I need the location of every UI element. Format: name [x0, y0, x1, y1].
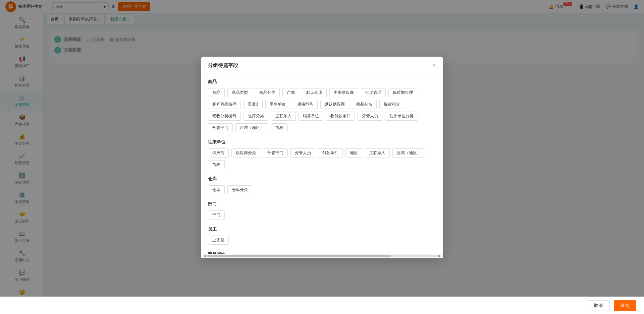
field-tag[interactable]: 默认仓库 [302, 88, 327, 97]
modal-header: 分组待选字段 × [201, 57, 443, 73]
employee-field-tags: 业务员 [208, 236, 436, 245]
field-tag[interactable]: 保质期管理 [388, 88, 417, 97]
modal-body[interactable]: 商品 商品 商品类型 商品分类 产地 默认仓库 主要供应商 批次管理 保质期管理… [201, 73, 443, 254]
field-tag[interactable]: 结算单位 [299, 112, 323, 121]
field-tag[interactable]: 分管部门 [208, 123, 233, 132]
field-tag[interactable]: 仓库分类 [227, 185, 252, 194]
modal-overlay: 分组待选字段 × 商品 商品 商品类型 商品分类 产地 默认仓库 主要供应商 批… [0, 0, 644, 314]
field-tag[interactable]: 税收分类编码 [208, 112, 241, 121]
product-field-tags: 商品 商品类型 商品分类 产地 默认仓库 主要供应商 批次管理 保质期管理 客户… [208, 88, 436, 132]
field-tag[interactable]: 区域（地区） [235, 123, 268, 132]
field-tag[interactable]: 区域（地区） [392, 148, 425, 158]
section-employee-title: 员工 [208, 226, 436, 232]
field-tag[interactable]: 收付款条件 [326, 112, 355, 121]
department-field-tags: 部门 [208, 210, 436, 219]
scrollbar-track[interactable] [207, 255, 437, 257]
field-tag[interactable]: 零售单位 [265, 100, 290, 109]
partner-field-tags: 供应商 供应商分类 分管部门 分管人员 付款条件 地区 主联系人 区域（地区） … [208, 148, 436, 169]
field-tag[interactable]: 简称 [208, 160, 225, 169]
field-tag[interactable]: 地区 [345, 148, 362, 158]
bottom-bar: 取消 查询 [0, 297, 644, 314]
warehouse-field-tags: 仓库 仓库分类 [208, 185, 436, 194]
field-tag[interactable]: 部门 [208, 210, 225, 219]
section-department: 部门 部门 [208, 201, 436, 219]
section-product-attr: 商品属性 属性 颜色 多规格 尺码 鞋码 1 [208, 251, 436, 254]
modal-field-select: 分组待选字段 × 商品 商品 商品类型 商品分类 产地 默认仓库 主要供应商 批… [201, 57, 443, 258]
field-tag[interactable]: 重量3 [244, 100, 263, 109]
scrollbar-thumb[interactable] [207, 255, 391, 257]
field-tag[interactable]: 分管人员 [290, 148, 315, 158]
section-warehouse: 仓库 仓库 仓库分类 [208, 176, 436, 194]
field-tag[interactable]: 商品分类 [255, 88, 280, 97]
field-tag[interactable]: 规格型号 [293, 100, 318, 109]
section-product-title: 商品 [208, 79, 436, 85]
field-tag[interactable]: 批次管理 [361, 88, 386, 97]
field-tag[interactable]: 往来单位分类 [385, 112, 418, 121]
field-tag[interactable]: 产地 [282, 88, 299, 97]
field-tag[interactable]: 默认供应商 [320, 100, 349, 109]
field-tag[interactable]: 供应商 [208, 148, 229, 158]
cancel-button[interactable]: 取消 [587, 300, 610, 311]
modal-close-btn[interactable]: × [432, 62, 436, 69]
field-tag[interactable]: 商品 [208, 88, 225, 97]
field-tag[interactable]: 仓库 [208, 185, 225, 194]
section-department-title: 部门 [208, 201, 436, 207]
field-tag[interactable]: 简称 [271, 123, 288, 132]
field-tag[interactable]: 业务员 [208, 236, 229, 245]
section-product: 商品 商品 商品类型 商品分类 产地 默认仓库 主要供应商 批次管理 保质期管理… [208, 79, 436, 132]
field-tag[interactable]: 炼货积分 [379, 100, 404, 109]
field-tag[interactable]: 客户商品编码 [208, 100, 241, 109]
section-partner-title: 往来单位 [208, 139, 436, 145]
section-product-attr-title: 商品属性 [208, 251, 436, 254]
field-tag[interactable]: 分管部门 [263, 148, 288, 158]
field-tag[interactable]: 商品别名 [352, 100, 377, 109]
section-partner: 往来单位 供应商 供应商分类 分管部门 分管人员 付款条件 地区 主联系人 区域… [208, 139, 436, 169]
field-tag[interactable]: 供应商分类 [231, 148, 260, 158]
modal-scrollbar[interactable]: ◀ ▶ [201, 254, 443, 258]
field-tag[interactable]: 主联系人 [365, 148, 390, 158]
section-warehouse-title: 仓库 [208, 176, 436, 182]
field-tag[interactable]: 仓库分类 [244, 112, 268, 121]
section-employee: 员工 业务员 [208, 226, 436, 245]
modal-title: 分组待选字段 [208, 62, 238, 69]
field-tag[interactable]: 主联系人 [271, 112, 296, 121]
field-tag[interactable]: 主要供应商 [329, 88, 358, 97]
confirm-button[interactable]: 查询 [614, 300, 636, 311]
field-tag[interactable]: 分管人员 [358, 112, 382, 121]
field-tag[interactable]: 付款条件 [318, 148, 343, 158]
field-tag[interactable]: 商品类型 [227, 88, 252, 97]
